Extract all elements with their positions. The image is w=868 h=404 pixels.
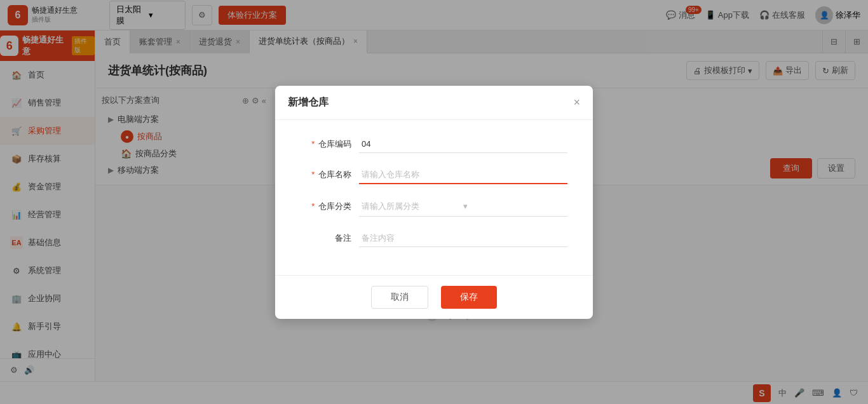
modal-body: * 仓库编码 * 仓库名称 * 仓库分类 请输入 — [275, 120, 593, 275]
warehouse-notes-input[interactable] — [359, 229, 567, 247]
warehouse-name-input[interactable] — [359, 166, 567, 184]
required-star-name: * — [311, 170, 315, 179]
form-row-name: * 仓库名称 — [301, 166, 567, 184]
form-row-category: * 仓库分类 请输入所属分类 ▾ — [301, 197, 567, 217]
category-select[interactable]: 请输入所属分类 ▾ — [359, 197, 567, 217]
code-label: * 仓库编码 — [301, 138, 351, 150]
required-star-code: * — [311, 139, 315, 149]
modal-overlay: 新增仓库 × * 仓库编码 * 仓库名称 — [0, 0, 868, 404]
notes-label: 备注 — [301, 232, 351, 244]
new-warehouse-modal: 新增仓库 × * 仓库编码 * 仓库名称 — [275, 86, 593, 319]
form-row-notes: 备注 — [301, 229, 567, 247]
category-label: * 仓库分类 — [301, 201, 351, 212]
form-row-code: * 仓库编码 — [301, 135, 567, 153]
modal-footer: 取消 保存 — [275, 275, 593, 319]
category-placeholder: 请输入所属分类 — [362, 201, 463, 212]
required-star-category: * — [311, 201, 315, 211]
modal-header: 新增仓库 × — [275, 86, 593, 120]
modal-title: 新增仓库 — [288, 96, 329, 109]
modal-close-button[interactable]: × — [573, 96, 580, 109]
cancel-button[interactable]: 取消 — [371, 286, 428, 309]
name-label: * 仓库名称 — [301, 169, 351, 180]
warehouse-code-input[interactable] — [359, 135, 567, 153]
category-dropdown-arrow: ▾ — [463, 201, 565, 211]
save-button[interactable]: 保存 — [441, 286, 497, 309]
